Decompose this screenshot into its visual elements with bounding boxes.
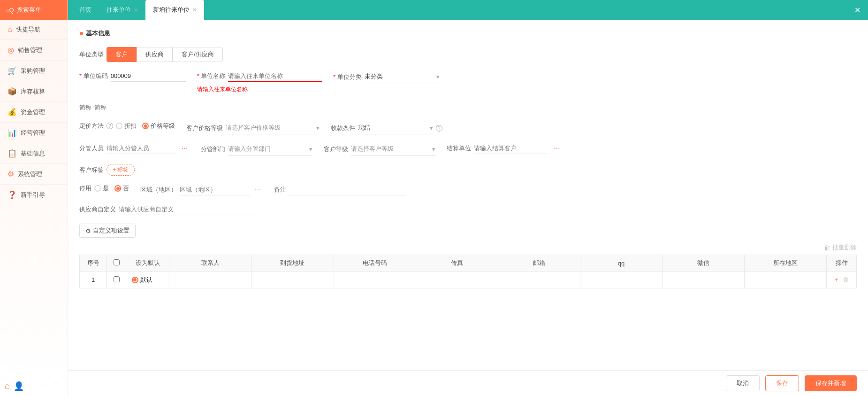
- tab-home[interactable]: 首页: [72, 0, 99, 20]
- row-qq[interactable]: [580, 272, 662, 288]
- sidebar-search[interactable]: ≡Q 搜索菜单: [0, 0, 68, 20]
- unit-category-field: 单位分类 未分类 ▾: [333, 70, 440, 83]
- cancel-button[interactable]: 取消: [726, 375, 760, 391]
- manager-input[interactable]: [107, 143, 177, 154]
- table-select-all[interactable]: [114, 259, 120, 265]
- unit-type-field: 单位类型 客户 供应商 客户/供应商: [79, 47, 223, 62]
- unit-btn-customer[interactable]: 客户: [107, 47, 137, 62]
- settlement-unit-input[interactable]: [474, 143, 549, 154]
- unit-code-label: 单位编码: [79, 72, 108, 80]
- department-select[interactable]: 请输入分管部门 ▾: [228, 143, 312, 155]
- section-icon: ■: [79, 30, 83, 37]
- default-radio[interactable]: [132, 277, 138, 283]
- sidebar-item-label-sales: 销售管理: [18, 46, 42, 54]
- user-footer-icon[interactable]: 👤: [14, 381, 24, 391]
- settlement-unit-field: 结算单位 ···: [447, 143, 562, 154]
- region-field: 区域（地区） ···: [140, 184, 263, 195]
- sidebar-item-inventory[interactable]: 📦库存核算: [0, 81, 68, 102]
- row-checkbox[interactable]: [114, 276, 120, 282]
- pricing-discount-radio[interactable]: 折扣: [116, 122, 137, 130]
- settlement-more-button[interactable]: ···: [552, 144, 562, 153]
- customer-price-level-label: 客户价格等级: [186, 124, 223, 132]
- contact-input[interactable]: [182, 274, 238, 285]
- payment-terms-select[interactable]: 现结 ▾: [358, 122, 433, 134]
- row-fax[interactable]: [416, 272, 498, 288]
- code-name-row: 单位编码 单位名称 请输入往来单位名称 单位分类 未分类 ▾: [79, 70, 857, 93]
- unit-btn-both[interactable]: 客户/供应商: [173, 47, 223, 62]
- row-contact[interactable]: [169, 272, 251, 288]
- region-more-button[interactable]: ···: [253, 186, 263, 194]
- row-delete-button[interactable]: 🗑: [843, 276, 849, 283]
- department-label: 分管部门: [201, 145, 225, 154]
- guide-icon: ❓: [8, 190, 17, 199]
- purchase-icon: 🛒: [8, 66, 17, 75]
- sidebar-item-system[interactable]: ⚙系统管理: [0, 164, 68, 185]
- abbr-input[interactable]: [94, 102, 188, 113]
- phone-input[interactable]: [347, 274, 403, 285]
- pricing-help-icon[interactable]: ?: [107, 123, 113, 129]
- add-tag-button[interactable]: + 标签: [107, 164, 135, 176]
- customer-level-select[interactable]: 请选择客户等级 ▾: [351, 143, 435, 155]
- tab-bar: 首页往来单位 ✕新增往来单位 ✕ ✕: [68, 0, 868, 20]
- tab-label-home: 首页: [79, 6, 91, 14]
- table-header-2: 设为默认: [127, 255, 169, 272]
- sidebar-item-label-system: 系统管理: [18, 170, 42, 179]
- payment-terms-help-icon[interactable]: ?: [436, 125, 442, 132]
- unit-category-select[interactable]: 未分类 ▾: [365, 70, 440, 83]
- tab-new-partner[interactable]: 新增往来单位 ✕: [145, 0, 204, 20]
- customer-tag-field: 客户标签 + 标签: [79, 164, 135, 176]
- bulk-delete-label[interactable]: 批量删除: [832, 243, 857, 252]
- save-button[interactable]: 保存: [765, 375, 799, 391]
- sidebar: ≡Q 搜索菜单 ⌂快捷导航◎销售管理🛒采购管理📦库存核算💰资金管理📊经营管理📋基…: [0, 0, 68, 396]
- sidebar-item-guide[interactable]: ❓新手引导: [0, 185, 68, 205]
- sidebar-item-label-inventory: 库存核算: [21, 87, 45, 96]
- row-add-button[interactable]: +: [835, 276, 838, 283]
- address-input[interactable]: [264, 274, 320, 285]
- pricing-level-radio[interactable]: 价格等级: [142, 122, 175, 130]
- manager-more-button[interactable]: ···: [180, 144, 190, 153]
- remark-input[interactable]: [289, 184, 406, 195]
- email-input[interactable]: [511, 274, 567, 285]
- customer-price-level-select[interactable]: 请选择客户价格等级 ▾: [226, 122, 320, 134]
- abbr-field: 简称: [79, 102, 188, 113]
- sidebar-item-quick-nav[interactable]: ⌂快捷导航: [0, 20, 68, 40]
- sidebar-footer: ⌂ 👤: [0, 376, 68, 396]
- tab-partners[interactable]: 往来单位 ✕: [99, 0, 145, 20]
- region-input[interactable]: [180, 184, 250, 195]
- region-input[interactable]: [757, 274, 814, 285]
- close-all-button[interactable]: ✕: [851, 6, 864, 15]
- row-default[interactable]: 默认: [127, 272, 169, 288]
- supplier-custom-input[interactable]: [119, 204, 259, 215]
- row-check[interactable]: [107, 272, 127, 288]
- row-address[interactable]: [251, 272, 334, 288]
- row-phone[interactable]: [334, 272, 416, 288]
- wechat-input[interactable]: [675, 274, 731, 285]
- settlement-unit-label: 结算单位: [447, 144, 471, 153]
- disabled-no-radio[interactable]: 否: [114, 184, 129, 193]
- sidebar-item-label-finance: 资金管理: [21, 108, 45, 116]
- unit-btn-supplier[interactable]: 供应商: [137, 47, 173, 62]
- unit-name-input[interactable]: [228, 70, 322, 82]
- home-footer-icon[interactable]: ⌂: [5, 381, 10, 391]
- unit-category-label: 单位分类: [333, 73, 362, 81]
- unit-code-input[interactable]: [111, 70, 186, 82]
- sidebar-item-purchase[interactable]: 🛒采购管理: [0, 61, 68, 81]
- sidebar-item-basics[interactable]: 📋基础信息: [0, 143, 68, 164]
- sidebar-item-sales[interactable]: ◎销售管理: [0, 40, 68, 61]
- qq-input[interactable]: [593, 274, 649, 285]
- sidebar-item-operations[interactable]: 📊经营管理: [0, 123, 68, 143]
- custom-settings-button[interactable]: ⚙ 自定义项设置: [79, 224, 136, 238]
- customer-price-level-field: 客户价格等级 请选择客户价格等级 ▾: [186, 122, 320, 134]
- save-new-button[interactable]: 保存并新增: [805, 375, 857, 391]
- tab-close-partners[interactable]: ✕: [134, 7, 138, 13]
- fax-input[interactable]: [429, 274, 485, 285]
- pricing-method-field: 定价方法 ? 折扣 价格等级: [79, 122, 175, 130]
- price-level-chevron-icon: ▾: [316, 124, 320, 132]
- disabled-yes-radio[interactable]: 是: [94, 184, 109, 193]
- row-wechat[interactable]: [662, 272, 745, 288]
- sidebar-item-finance[interactable]: 💰资金管理: [0, 102, 68, 123]
- department-field: 分管部门 请输入分管部门 ▾: [201, 143, 312, 155]
- row-region[interactable]: [745, 272, 827, 288]
- tab-close-new-partner[interactable]: ✕: [192, 7, 197, 13]
- row-email[interactable]: [498, 272, 580, 288]
